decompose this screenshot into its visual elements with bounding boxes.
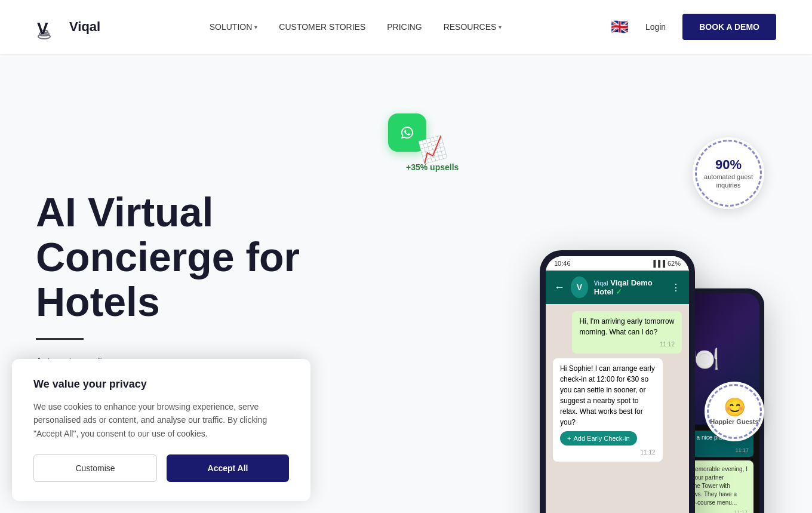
hotel-name: Viqal Viqal Demo Hotel ✓ — [594, 278, 665, 296]
nav-resources[interactable]: RESOURCES ▾ — [444, 22, 502, 32]
hotel-info: Viqal Viqal Demo Hotel ✓ — [594, 278, 665, 296]
main-phone-mockup: 10:46 ▐▐▐ 62% ← V Viqal Viqal — [540, 250, 707, 513]
happier-guests-badge: 😊 Happier Guests — [705, 382, 764, 441]
hero-title: AI Virtual Concierge for Hotels — [36, 190, 370, 324]
nav-pricing[interactable]: PRICING — [387, 22, 422, 32]
privacy-banner: We value your privacy We use cookies to … — [12, 359, 310, 501]
accept-all-button[interactable]: Accept All — [167, 454, 289, 482]
badge-ring-decoration — [695, 140, 762, 207]
nav-right: 🇬🇧 Login BOOK A DEMO — [611, 14, 776, 40]
phone-outer: 10:46 ▐▐▐ 62% ← V Viqal Viqal — [540, 250, 695, 513]
viqal-label: Viqal — [594, 280, 608, 287]
nav-solution[interactable]: SOLUTION ▾ — [210, 22, 258, 32]
phone-screen: 10:46 ▐▐▐ 62% ← V Viqal Viqal — [546, 256, 689, 513]
hero-divider — [36, 338, 84, 340]
customise-button[interactable]: Customise — [33, 454, 157, 482]
trend-arrow-icon: 📈 — [416, 134, 448, 165]
video-call-icon[interactable]: ⋮ — [671, 282, 681, 293]
signal-icon: ▐▐▐ — [651, 260, 665, 267]
nav-links: SOLUTION ▾ CUSTOMER STORIES PRICING RESO… — [210, 22, 502, 32]
chat-area: Hi, I'm arriving early tomorrow morning.… — [546, 304, 689, 513]
chat-header: ← V Viqal Viqal Demo Hotel ✓ ⋮ — [546, 271, 689, 304]
phone-status-bar: 10:46 ▐▐▐ 62% — [546, 256, 689, 271]
hero-visual: 📈 +35% upsells 90% automated guest inqui… — [370, 90, 776, 513]
navbar: V Viqal SOLUTION ▾ CUSTOMER STORIES PRIC… — [0, 0, 812, 54]
automated-badge: 90% automated guest inquiries — [693, 137, 764, 209]
chevron-down-icon: ▾ — [499, 24, 502, 30]
back-icon: ← — [554, 281, 565, 294]
logo-text: Viqal — [69, 19, 100, 35]
chevron-down-icon: ▾ — [254, 24, 257, 30]
privacy-description: We use cookies to enhance your browsing … — [33, 400, 289, 440]
privacy-title: We value your privacy — [33, 378, 289, 391]
logo-icon: V — [36, 13, 64, 41]
hotel-avatar: V — [571, 277, 588, 298]
chat-message-received: Hi Sophie! I can arrange early check-in … — [553, 358, 663, 462]
badge-ring-decoration — [707, 384, 762, 439]
language-flag-icon[interactable]: 🇬🇧 — [611, 19, 629, 35]
book-demo-button[interactable]: BOOK A DEMO — [682, 14, 776, 40]
privacy-buttons: Customise Accept All — [33, 454, 289, 482]
chat-actions[interactable]: ⋮ — [671, 282, 681, 293]
chat-messages: Hi, I'm arriving early tomorrow morning.… — [553, 311, 682, 466]
plus-icon: + — [567, 435, 571, 442]
login-button[interactable]: Login — [645, 22, 666, 32]
verified-icon: ✓ — [616, 287, 622, 296]
upsells-badge: 📈 +35% upsells — [406, 137, 459, 172]
add-checkin-button[interactable]: + Add Early Check-in — [560, 431, 637, 446]
chat-message-sent: Hi, I'm arriving early tomorrow morning.… — [572, 311, 682, 354]
nav-customer-stories[interactable]: CUSTOMER STORIES — [279, 22, 365, 32]
logo[interactable]: V Viqal — [36, 13, 100, 41]
